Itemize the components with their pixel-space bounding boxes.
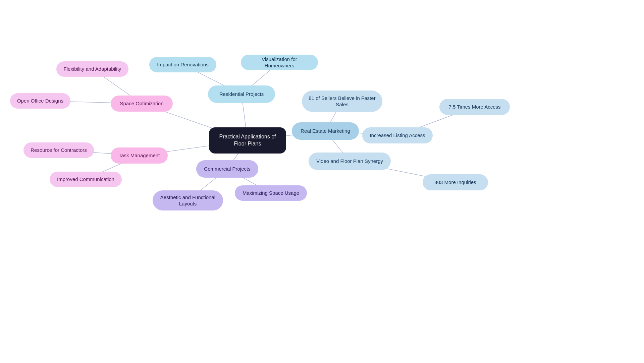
node-visualization: Visualization for Homeowners [241,55,318,70]
center-node: Practical Applications of Floor Plans [209,127,286,154]
node-improved-communication: Improved Communication [50,172,122,187]
node-space-optimization: Space Optimization [111,96,173,112]
node-sellers-believe: 81 of Sellers Believe in Faster Sales [302,90,382,112]
node-7-5-times: 7.5 Times More Access [439,99,510,115]
mindmap-container: Practical Applications of Floor PlansRes… [0,0,644,363]
node-real-estate: Real Estate Marketing [292,122,359,140]
node-video-synergy: Video and Floor Plan Synergy [309,153,391,170]
node-flexibility: Flexibility and Adaptability [56,61,128,77]
node-commercial: Commercial Projects [196,160,258,178]
node-open-office: Open Office Designs [10,93,70,109]
node-resource-contractors: Resource for Contractors [23,142,94,158]
node-increased-listing: Increased Listing Access [362,127,433,143]
node-impact-renovations: Impact on Renovations [149,57,216,72]
node-403-inquiries: 403 More Inquiries [423,174,488,190]
node-task-management: Task Management [111,147,168,164]
node-aesthetic: Aesthetic and Functional Layouts [153,190,223,210]
node-maximizing: Maximizing Space Usage [235,185,307,201]
node-residential: Residential Projects [208,85,275,103]
